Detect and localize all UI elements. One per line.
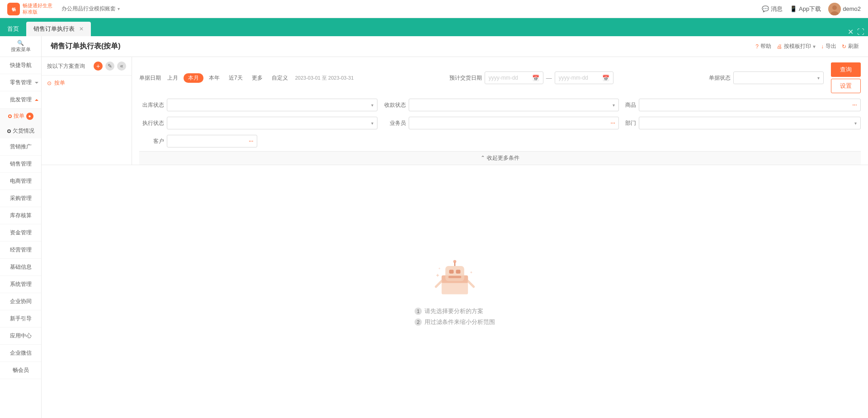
- date-tab-custom[interactable]: 自定义: [268, 73, 292, 83]
- sidebar-item-basic[interactable]: 基础信息: [0, 259, 41, 276]
- payment-status-dropdown[interactable]: ▾: [409, 99, 619, 111]
- svg-line-13: [436, 281, 442, 287]
- delivery-date-from[interactable]: yyyy-mm-dd 📅: [485, 71, 543, 84]
- exec-status-label: 执行状态: [139, 119, 164, 127]
- sidebar-item-ecommerce[interactable]: 电商管理: [0, 173, 41, 190]
- filter-row-1: 单据日期 上月 本月 本年 近7天 更多 自定义 2023-03-01 至 20…: [139, 62, 861, 93]
- date-tab-more[interactable]: 更多: [248, 73, 266, 83]
- sidebar-item-inventory[interactable]: 库存核算: [0, 207, 41, 224]
- method-collapse-btn[interactable]: «: [117, 62, 126, 71]
- help-btn[interactable]: ? 帮助: [755, 43, 771, 50]
- page-title: 销售订单执行表(按单): [51, 42, 121, 57]
- tab-sales-order-exec[interactable]: 销售订单执行表 ✕: [26, 22, 91, 36]
- sidebar-item-enterprise[interactable]: 企业协同: [0, 293, 41, 310]
- hint-num-1: 1: [415, 308, 422, 315]
- sidebar-item-sales[interactable]: 销售管理: [0, 156, 41, 173]
- sidebar-sub-wholesale: 按单 ● 欠货情况: [0, 109, 41, 138]
- svg-point-3: [832, 5, 837, 10]
- sidebar-item-wechat[interactable]: 企业微信: [0, 345, 41, 362]
- date-tab-thisyear[interactable]: 本年: [205, 73, 223, 83]
- export-btn[interactable]: ↓ 导出: [821, 43, 836, 50]
- sidebar-basic-label: 基础信息: [10, 264, 32, 270]
- search-icon: 🔍: [17, 40, 24, 46]
- date-tab-lastmonth[interactable]: 上月: [164, 73, 182, 83]
- breadcrumb-text: 办公用品行业模拟账套: [61, 5, 116, 13]
- sidebar-enterprise-label: 企业协同: [10, 298, 32, 304]
- sidebar-item-wholesale[interactable]: 批发管理: [0, 91, 41, 109]
- tab-expand-icon[interactable]: ⛶: [857, 28, 864, 36]
- help-icon: ?: [755, 43, 759, 50]
- sidebar-item-sys[interactable]: 系统管理: [0, 276, 41, 293]
- sidebar-purchase-label: 采购管理: [10, 195, 32, 201]
- salesperson-dropdown[interactable]: ···: [409, 117, 619, 129]
- method-order-icon: ⊙: [47, 80, 52, 86]
- dept-group: 部门 ▾: [623, 117, 861, 129]
- tab-close-window-icon[interactable]: ✕: [848, 28, 854, 36]
- app-download-btn[interactable]: 📱 App下载: [790, 5, 821, 13]
- dept-dropdown[interactable]: ▾: [639, 117, 861, 129]
- sidebar-appcenter-label: 应用中心: [10, 332, 32, 339]
- sidebar-item-quicknav[interactable]: 快捷导航: [0, 57, 41, 74]
- sidebar-marketing-label: 营销推广: [10, 143, 32, 150]
- sidebar-ecommerce-label: 电商管理: [10, 178, 32, 184]
- customer-dropdown[interactable]: ···: [167, 135, 257, 147]
- refresh-btn[interactable]: ↻ 刷新: [842, 43, 859, 50]
- svg-line-14: [468, 281, 474, 287]
- print-icon: 🖨: [777, 43, 782, 50]
- query-section: 按以下方案查询 + ✎ « ⊙ 按单 单据: [42, 57, 868, 165]
- product-label: 商品: [623, 101, 636, 109]
- product-dropdown[interactable]: ···: [639, 99, 861, 111]
- top-bar: 畅 畅捷通好生意 标准版 办公用品行业模拟账套 ▾ 💬 消息 📱 App下载 d…: [0, 0, 868, 18]
- sidebar-item-member[interactable]: 畅会员: [0, 362, 41, 379]
- sidebar-item-finance[interactable]: 资金管理: [0, 224, 41, 242]
- sidebar-inventory-label: 库存核算: [10, 212, 32, 218]
- breadcrumb[interactable]: 办公用品行业模拟账套 ▾: [61, 5, 120, 13]
- sidebar-item-purchase[interactable]: 采购管理: [0, 190, 41, 207]
- sidebar-ops-label: 经营管理: [10, 247, 32, 253]
- shipment-status-dropdown[interactable]: ▾: [167, 99, 377, 111]
- method-edit-btn[interactable]: ✎: [105, 62, 114, 71]
- empty-state-icon: ✦ ✦ ✦: [432, 255, 477, 300]
- exec-status-dropdown[interactable]: ▾: [167, 117, 377, 129]
- tab-close-icon[interactable]: ✕: [79, 26, 84, 32]
- collapse-more-btn[interactable]: ⌃ 收起更多条件: [139, 151, 861, 165]
- date-tab-thismonth[interactable]: 本月: [184, 73, 203, 83]
- delivery-date-to[interactable]: yyyy-mm-dd 📅: [555, 71, 613, 84]
- date-tab-7days[interactable]: 近7天: [225, 73, 246, 83]
- method-order-label: 按单: [54, 79, 65, 87]
- sidebar-subitem-debt-label: 欠货情况: [13, 127, 34, 135]
- user-area[interactable]: demo2: [828, 3, 861, 15]
- sidebar-search[interactable]: 🔍 搜索菜单: [0, 36, 41, 57]
- settings-btn[interactable]: 设置: [831, 79, 861, 93]
- svg-rect-10: [448, 276, 461, 278]
- sidebar-subitem-debt[interactable]: 欠货情况: [0, 124, 41, 138]
- svg-text:✦: ✦: [470, 270, 473, 274]
- doc-date-group: 单据日期 上月 本月 本年 近7天 更多 自定义: [139, 73, 292, 83]
- message-btn[interactable]: 💬 消息: [762, 5, 783, 13]
- sidebar-item-appcenter[interactable]: 应用中心: [0, 328, 41, 345]
- hint-num-2: 2: [415, 318, 422, 326]
- order-dot-icon: [8, 114, 12, 118]
- method-item-order[interactable]: ⊙ 按单: [42, 76, 132, 90]
- sidebar-item-newuser[interactable]: 新手引导: [0, 310, 41, 328]
- sidebar-item-marketing[interactable]: 营销推广: [0, 138, 41, 156]
- empty-hints: 1 请先选择要分析的方案 2 用过滤条件来缩小分析范围: [415, 307, 495, 329]
- payment-status-label: 收款状态: [381, 101, 406, 109]
- date-range-display: 2023-03-01 至 2023-03-31: [295, 75, 354, 81]
- print-arrow-icon: ▾: [813, 43, 816, 50]
- method-add-btn[interactable]: +: [94, 62, 103, 71]
- sidebar-item-ops[interactable]: 经营管理: [0, 242, 41, 259]
- user-name: demo2: [843, 5, 861, 12]
- doc-status-dropdown[interactable]: ▾: [733, 71, 824, 84]
- svg-point-12: [453, 260, 457, 263]
- salesperson-label: 业务员: [381, 119, 406, 127]
- template-print-btn[interactable]: 🖨 按模板打印 ▾: [777, 43, 816, 50]
- dept-label: 部门: [623, 119, 636, 127]
- sidebar-item-retail[interactable]: 零售管理: [0, 74, 41, 91]
- query-btn[interactable]: 查询: [831, 62, 861, 77]
- sidebar-finance-label: 资金管理: [10, 229, 32, 236]
- tab-home[interactable]: 首页: [0, 22, 26, 36]
- customer-label: 客户: [139, 138, 164, 145]
- svg-text:✦: ✦: [435, 272, 440, 278]
- sidebar-subitem-order[interactable]: 按单 ●: [0, 109, 41, 124]
